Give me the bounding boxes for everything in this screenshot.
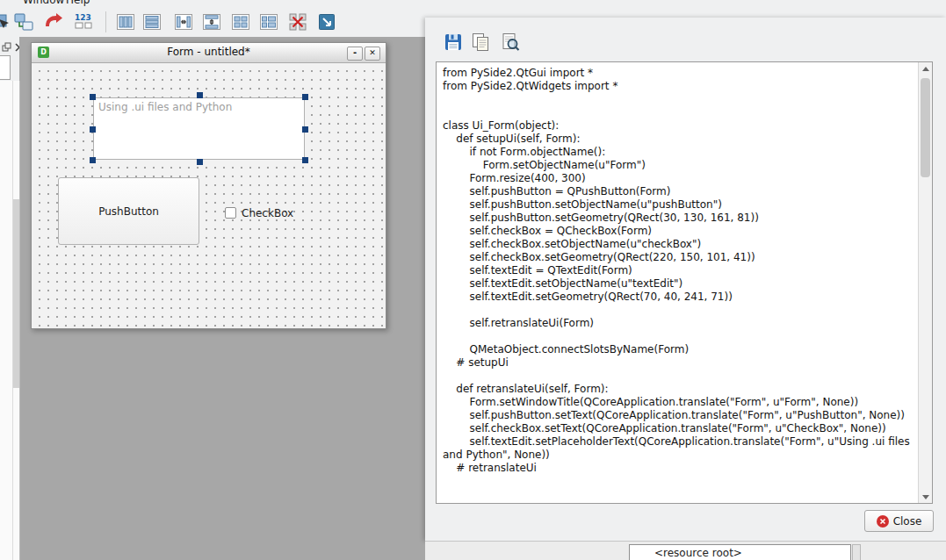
layout-vertical-icon[interactable] (141, 11, 163, 33)
code-view[interactable]: from PySide2.QtGui import * from PySide2… (436, 61, 933, 504)
widgetbox-panel (0, 81, 20, 560)
checkbox-widget[interactable]: CheckBox (225, 195, 314, 231)
textedit-box: Using .ui files and Python (93, 97, 305, 160)
svg-text:123: 123 (75, 13, 91, 22)
layout-splitter-vertical-icon[interactable] (200, 11, 223, 33)
close-circle-icon (877, 515, 889, 528)
scroll-up-icon[interactable] (919, 62, 932, 75)
layout-form-icon[interactable] (257, 11, 280, 33)
layout-grid-icon[interactable] (229, 11, 252, 33)
textedit-placeholder: Using .ui files and Python (94, 98, 304, 116)
form-canvas[interactable]: Using .ui files and Python PushButton Ch… (32, 63, 386, 328)
widgetbox-filter-input[interactable] (0, 55, 11, 80)
qt-designer-window: Window Help 123 (0, 0, 946, 560)
adjust-size-icon[interactable] (315, 11, 338, 33)
textedit-widget[interactable]: Using .ui files and Python (93, 97, 305, 160)
python-code-text: from PySide2.QtGui import * from PySide2… (437, 62, 917, 503)
resource-root-item[interactable]: <resource root> (630, 545, 850, 559)
widgetbox-scrollbar-thumb[interactable] (13, 199, 19, 388)
resource-scrollbar[interactable] (852, 544, 861, 560)
menubar: Window Help (0, 0, 946, 6)
selection-handle-sw[interactable] (90, 157, 96, 163)
edit-widgets-icon[interactable] (0, 11, 11, 33)
menu-help[interactable]: Help (66, 0, 90, 6)
menu-window[interactable]: Window (23, 0, 64, 6)
selection-handle-w[interactable] (90, 126, 96, 133)
toolbar-separator (105, 11, 106, 32)
layout-splitter-horizontal-icon[interactable] (172, 11, 195, 33)
pushbutton-widget[interactable]: PushButton (58, 177, 199, 245)
minimize-button[interactable]: - (347, 47, 363, 61)
close-button[interactable]: ✕ (365, 47, 380, 61)
checkbox-label: CheckBox (242, 207, 293, 219)
form-window-titlebar[interactable]: D Form - untitled* - ✕ (32, 43, 386, 63)
find-icon[interactable] (500, 32, 521, 53)
float-icon[interactable] (1, 41, 12, 53)
resource-browser-dock: <resource root> (425, 541, 946, 560)
close-button-label: Close (893, 515, 922, 528)
edit-signals-slots-icon[interactable] (12, 11, 35, 33)
code-scrollbar[interactable] (918, 62, 932, 503)
selection-handle-ne[interactable] (302, 94, 308, 100)
scroll-down-icon[interactable] (919, 491, 932, 503)
close-dialog-button[interactable]: Close (864, 510, 934, 532)
checkbox-indicator (225, 207, 236, 219)
form-window-title: Form - untitled* (32, 46, 386, 58)
selection-handle-s[interactable] (197, 159, 203, 165)
form-editor-window: D Form - untitled* - ✕ Using .ui files a… (31, 42, 386, 329)
selection-handle-se[interactable] (302, 157, 308, 163)
layout-horizontal-icon[interactable] (114, 11, 137, 33)
resource-tree: <resource root> (629, 544, 851, 560)
edit-buddies-icon[interactable] (42, 11, 65, 33)
edit-tab-order-icon[interactable]: 123 (72, 11, 95, 33)
selection-handle-e[interactable] (302, 126, 308, 133)
break-layout-icon[interactable] (286, 11, 309, 33)
selection-handle-nw[interactable] (90, 94, 96, 100)
copy-icon[interactable] (470, 32, 491, 53)
selection-handle-n[interactable] (197, 92, 203, 98)
code-preview-window: from PySide2.QtGui import * from PySide2… (425, 18, 946, 541)
code-scrollbar-thumb[interactable] (921, 78, 930, 177)
save-icon[interactable] (443, 32, 464, 53)
